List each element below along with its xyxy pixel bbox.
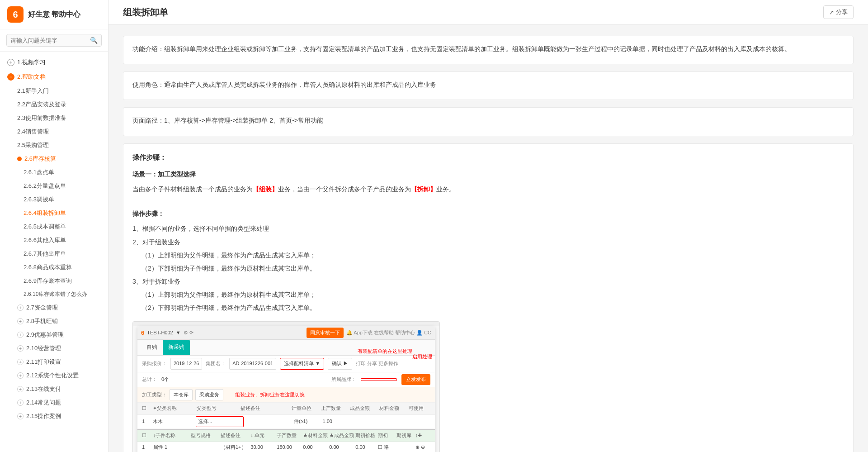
logo-area: 6 好生意 帮助中心 [0,0,108,29]
mock-sub-row1-desc: （材料1+） [221,443,250,452]
mock-sub-row1-unit: 30.00 [250,443,277,452]
mock-config-btn[interactable]: 选择配料清单 ▼ [280,358,324,370]
sidebar-item-coupon[interactable]: + 2.9优惠券管理 [0,328,108,342]
screenshot-inner: 6 TEST-H002 ▼ ⚙ ⟳ 同意审核一下 🔔 App下载 在线帮助 帮助… [133,326,439,452]
step3-1: （1）上部明细为父件明细，最终作为原材料生成其它出库单； [132,289,844,300]
mock-col-check: ☐ [142,404,153,413]
mock-tab-self[interactable]: 自购 [141,340,163,355]
top-bar: 组装拆卸单 ↗ 分享 [108,0,868,25]
mock-count-label: 总计： [142,375,157,384]
sidebar-item-mobile[interactable]: + 2.8手机旺铺 [0,314,108,328]
path-block: 页面路径：1、库存核算->库存管理->组装拆卸单 2、首页->常用功能 [123,107,854,136]
nav-sub-label: 2.10经营管理 [26,344,61,352]
sidebar-item-custom[interactable]: + 2.12系统个性化设置 [0,369,108,382]
mock-sub-actions: ↕✚ [415,431,430,440]
mock-sub-row1-num: 1 [142,443,153,452]
expand-icon: + [17,372,24,379]
mock-right-icons: 🔔 App下载 在线帮助 帮助中心 👤 CC [346,328,431,338]
sidebar-item-goodscost[interactable]: 2.6.8商品成本重算 [0,261,108,274]
mock-col5: 上产数量 [321,404,350,413]
page-title: 组装拆卸单 [123,6,168,19]
mock-sub-col1: ↓子件名称 [153,431,191,440]
sidebar-item-stockcheck[interactable]: 2.6.9库存账本查询 [0,274,108,288]
share-button[interactable]: ↗ 分享 [823,5,854,19]
sidebar-item-sales[interactable]: 2.4销售管理 [0,125,108,138]
mock-process-btn[interactable]: 同意审核一下 [307,328,344,338]
sidebar-item-print[interactable]: + 2.11打印设置 [0,355,108,369]
nav-sub-label: 2.7资金管理 [26,304,58,312]
mock-form-label-date: 采购报价： [142,359,167,368]
path-text: 页面路径：1、库存核算->库存管理->组装拆卸单 2、首页->常用功能 [132,115,844,126]
sidebar-item-capital[interactable]: + 2.7资金管理 [0,301,108,314]
search-box[interactable]: 🔍 [6,34,102,47]
mock-date-value: 2019-12-26 [170,358,202,370]
nav-sub-label: 2.6.1盘点单 [24,168,54,176]
sidebar-item-otherin[interactable]: 2.6.6其他入库单 [0,233,108,247]
mock-col8: 可使用 [409,404,430,413]
logo-icon: 6 [7,6,24,23]
sidebar-item-stocktake[interactable]: 2.6.1盘点单 [0,166,108,179]
mock-row1-name: 木木 [153,417,196,426]
mock-logo: 6 [141,328,144,338]
nav-sub-label: 2.6.6其他入库单 [24,236,66,244]
mock-type-select1[interactable]: 本仓库 [170,389,193,401]
expand-icon: + [17,318,24,324]
nav-sub-label: 2.3使用前数据准备 [17,114,66,122]
sidebar-item-cases[interactable]: + 2.15操作案例 [0,409,108,423]
share-icon: ↗ [829,9,834,16]
nav-label: 1.视频学习 [17,58,46,67]
sidebar-item-online[interactable]: + 2.13在线支付 [0,382,108,396]
sidebar-item-ops[interactable]: + 2.10经营管理 [0,342,108,355]
collapse-icon: − [7,73,14,81]
sidebar-item-inventory[interactable]: 2.6库存核算 [0,152,108,166]
share-label: 分享 [836,8,848,16]
mock-warehouse-input[interactable] [361,378,397,381]
scenario1-title: 场景一：加工类型选择 [132,169,844,180]
expand-icon: + [17,400,24,406]
expand-icon: + [17,305,24,311]
search-input[interactable] [10,37,90,44]
sidebar-item-install[interactable]: 2.2产品安装及登录 [0,98,108,111]
search-area: 🔍 [0,29,108,52]
mock-col4: 计量单位 [292,404,321,413]
mock-sub-row1-prod: 0.00 [329,443,355,452]
sidebar-item-docs[interactable]: − 2.帮助文档 [0,70,108,84]
sidebar-item-adjust[interactable]: 2.6.3调拨单 [0,193,108,206]
nav-sub-label: 2.6.4组装拆卸单 [24,209,66,217]
sidebar-item-assembly[interactable]: 2.6.4组装拆卸单 [0,206,108,220]
mock-tab-new[interactable]: 新采购 [163,340,190,355]
mock-type-select2[interactable]: 采购业务 [195,389,223,401]
mock-apply-btn[interactable]: 立发发布 [401,374,430,385]
sidebar-item-otherout[interactable]: 2.6.7其他出库单 [0,247,108,261]
sidebar: 6 好生意 帮助中心 🔍 + 1.视频学习 − 2.帮助文档 2.1新手入门 2… [0,0,108,452]
mock-row1-model: 选择... [196,416,243,427]
nav-sub-label: 2.4销售管理 [17,128,49,136]
step2-2: （2）下部明细为子件明细，最终作为原材料生成其它出库单。 [132,263,844,274]
mock-sub-col8: 期初价格 [355,431,378,440]
mock-col2: 父类型号 [197,404,241,413]
sidebar-item-purchase[interactable]: 2.5采购管理 [0,138,108,152]
nav-sub-label: 2.5采购管理 [17,141,49,149]
sidebar-item-stockerror[interactable]: 2.6.10库存账本错了怎么办 [0,288,108,301]
expand-icon: + [17,359,24,365]
mock-col1: ✦父类名称 [153,404,197,413]
mock-col7: 材料金额 [379,404,409,413]
mock-row1-check: 1 [142,417,153,426]
sidebar-item-cost[interactable]: 2.6.5成本调整单 [0,220,108,233]
scenario1-desc: 当由多个子件材料组装成一个成品的业务为【组装】业务，当由一个父件拆分成多个子产品… [132,184,844,195]
logo-text: 好生意 帮助中心 [28,10,80,19]
mock-confirm-btn[interactable]: 确认 ▶ [328,358,352,370]
sidebar-item-video[interactable]: + 1.视频学习 [0,55,108,70]
sidebar-item-new[interactable]: 2.1新手入门 [0,84,108,98]
intro-block: 功能介绍：组装拆卸单用来处理企业组装或拆卸等加工业务，支持有固定装配清单的产品加… [123,36,854,64]
mock-sub-col9: 期初 [378,431,396,440]
role-block: 使用角色：通常由生产人员或库管人员完成拆装业务的操作，库管人员确认原材料的出库和… [123,71,854,100]
sidebar-item-faq[interactable]: + 2.14常见问题 [0,396,108,409]
sidebar-item-prepare[interactable]: 2.3使用前数据准备 [0,111,108,125]
nav-tree: + 1.视频学习 − 2.帮助文档 2.1新手入门 2.2产品安装及登录 2.3… [0,52,108,452]
mock-sub-row1-init: 0.00 [355,443,378,452]
sidebar-item-distribute[interactable]: 2.6.2分量盘点单 [0,179,108,193]
mock-row1-unit: 件(≥1) [294,417,323,426]
mock-sub-check: ☐ [142,431,153,440]
expand-icon: + [17,332,24,338]
